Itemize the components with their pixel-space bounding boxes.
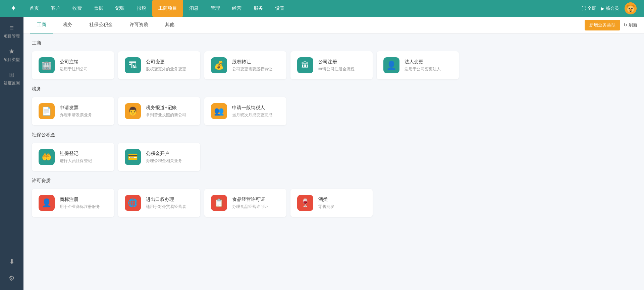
refresh-icon: ↻ — [624, 22, 627, 27]
card-公司注销[interactable]: 🏢公司注销适用于注销公司 — [32, 51, 114, 79]
nav-item-票据[interactable]: 票据 — [88, 0, 109, 17]
card-desc-label: 适用于对外贸易经营者 — [146, 204, 186, 210]
nav-item-报税[interactable]: 报税 — [131, 0, 152, 17]
card-税务报道+记账[interactable]: 👨税务报道+记账拿到营业执照的新公司 — [118, 97, 200, 125]
member-label: 畅会员 — [606, 5, 619, 11]
fullscreen-button[interactable]: ⛶ 全屏 — [582, 5, 596, 11]
card-name-label: 酒类 — [318, 197, 334, 203]
card-icon-进出口权办理: 🌐 — [125, 195, 141, 211]
nav-item-记账[interactable]: 记账 — [109, 0, 131, 17]
svg-point-4 — [629, 8, 630, 9]
left-sidebar: ≡ 项目管理 ★ 项目类型 ⊞ 进度监测 ⬇ ⚙ — [0, 17, 23, 290]
card-酒类[interactable]: 🍷酒类零售批发 — [290, 189, 373, 217]
section-title-工商: 工商 — [32, 40, 636, 46]
card-text-食品经营许可证: 食品经营许可证办理食品经营许可证 — [232, 197, 268, 210]
card-desc-label: 零售批发 — [318, 204, 334, 210]
tab-税务[interactable]: 税务 — [56, 17, 79, 33]
card-icon-税务报道+记账: 👨 — [125, 103, 141, 119]
card-name-label: 食品经营许可证 — [232, 197, 268, 203]
card-name-label: 公司注销 — [60, 59, 88, 65]
card-icon-公司注销: 🏢 — [39, 57, 55, 73]
card-desc-label: 进行人员社保登记 — [60, 158, 92, 164]
section-title-税务: 税务 — [32, 86, 636, 92]
card-公司变更[interactable]: 🏗公司变更股权变更外的业务变更 — [118, 51, 200, 79]
card-text-申请一般纳税人: 申请一般纳税人当月或次月成变更完成 — [232, 105, 272, 118]
card-icon-公积金开户: 💳 — [125, 149, 141, 165]
avatar — [624, 2, 637, 15]
nav-right: ⛶ 全屏 ▶ 畅会员 — [582, 2, 637, 15]
member-button[interactable]: ▶ 畅会员 — [601, 5, 619, 11]
card-icon-社保登记: 🤲 — [39, 149, 55, 165]
tab-bar: 工商税务社保公积金许可资质其他 新增业务类型 ↻ 刷新 — [23, 17, 644, 33]
card-法人变更[interactable]: 👤法人变更适用于公司变更法人 — [377, 51, 459, 79]
card-icon-酒类: 🍷 — [297, 195, 313, 211]
avatar-svg — [624, 2, 637, 15]
tab-其他[interactable]: 其他 — [158, 17, 181, 33]
sidebar-bottom: ⬇ ⚙ — [6, 255, 17, 290]
sidebar-item-project-type[interactable]: ★ 项目类型 — [0, 43, 23, 67]
cards-grid-许可资质: 👤商标注册用于企业商标注册服务🌐进出口权办理适用于对外贸易经营者📋食品经营许可证… — [32, 189, 636, 217]
tab-许可资质[interactable]: 许可资质 — [123, 17, 155, 33]
monitor-icon: ⊞ — [9, 71, 15, 79]
settings-icon[interactable]: ⚙ — [6, 272, 17, 285]
card-股权转让[interactable]: 💰股权转让公司变更需要股权转让 — [204, 51, 286, 79]
card-name-label: 进出口权办理 — [146, 197, 186, 203]
nav-item-客户[interactable]: 客户 — [45, 0, 66, 17]
card-社保登记[interactable]: 🤲社保登记进行人员社保登记 — [32, 143, 114, 171]
scroll-content: 工商🏢公司注销适用于注销公司🏗公司变更股权变更外的业务变更💰股权转让公司变更需要… — [23, 33, 644, 290]
sidebar-item-project-management[interactable]: ≡ 项目管理 — [0, 20, 23, 43]
nav-item-设置[interactable]: 设置 — [269, 0, 290, 17]
download-icon[interactable]: ⬇ — [6, 255, 17, 268]
card-text-公司变更: 公司变更股权变更外的业务变更 — [146, 59, 186, 72]
card-公积金开户[interactable]: 💳公积金开户办理公积金相关业务 — [118, 143, 200, 171]
cards-grid-工商: 🏢公司注销适用于注销公司🏗公司变更股权变更外的业务变更💰股权转让公司变更需要股权… — [32, 51, 636, 79]
nav-item-收费[interactable]: 收费 — [66, 0, 88, 17]
nav-item-消息[interactable]: 消息 — [183, 0, 205, 17]
card-name-label: 公积金开户 — [146, 151, 182, 157]
svg-point-5 — [631, 8, 633, 9]
card-icon-申请一般纳税人: 👥 — [211, 103, 227, 119]
nav-item-经营[interactable]: 经营 — [226, 0, 248, 17]
card-申请发票[interactable]: 📄申请发票办理申请发票业务 — [32, 97, 114, 125]
play-icon: ▶ — [601, 6, 604, 11]
card-desc-label: 适用于公司变更法人 — [405, 66, 441, 72]
fullscreen-label: 全屏 — [587, 5, 596, 11]
sidebar-item-progress-monitor[interactable]: ⊞ 进度监测 — [0, 67, 23, 90]
section-title-社保公积金: 社保公积金 — [32, 132, 636, 138]
card-name-label: 申请一般纳税人 — [232, 105, 272, 111]
card-name-label: 公司注册 — [318, 59, 355, 65]
card-食品经营许可证[interactable]: 📋食品经营许可证办理食品经营许可证 — [204, 189, 286, 217]
card-商标注册[interactable]: 👤商标注册用于企业商标注册服务 — [32, 189, 114, 217]
card-name-label: 商标注册 — [60, 197, 100, 203]
top-nav: ✦ 首页客户收费票据记账报税工商项目消息管理经营服务设置 ⛶ 全屏 ▶ 畅会员 — [0, 0, 644, 17]
card-name-label: 公司变更 — [146, 59, 186, 65]
card-icon-食品经营许可证: 📋 — [211, 195, 227, 211]
refresh-button[interactable]: ↻ 刷新 — [624, 22, 637, 28]
nav-item-首页[interactable]: 首页 — [23, 0, 45, 17]
tab-工商[interactable]: 工商 — [30, 17, 53, 33]
tab-bar-right: 新增业务类型 ↻ 刷新 — [585, 20, 637, 30]
card-text-公司注销: 公司注销适用于注销公司 — [60, 59, 88, 72]
content-area: 工商税务社保公积金许可资质其他 新增业务类型 ↻ 刷新 工商🏢公司注销适用于注销… — [23, 17, 644, 290]
nav-item-工商项目[interactable]: 工商项目 — [152, 0, 183, 17]
card-申请一般纳税人[interactable]: 👥申请一般纳税人当月或次月成变更完成 — [204, 97, 286, 125]
sidebar-label-progress-monitor: 进度监测 — [4, 80, 20, 86]
card-进出口权办理[interactable]: 🌐进出口权办理适用于对外贸易经营者 — [118, 189, 200, 217]
star-icon: ★ — [9, 47, 15, 55]
nav-item-服务[interactable]: 服务 — [248, 0, 269, 17]
card-name-label: 申请发票 — [60, 105, 92, 111]
cards-grid-社保公积金: 🤲社保登记进行人员社保登记💳公积金开户办理公积金相关业务 — [32, 143, 636, 171]
card-desc-label: 适用于注销公司 — [60, 66, 88, 72]
logo-icon: ✦ — [3, 4, 23, 13]
nav-items: 首页客户收费票据记账报税工商项目消息管理经营服务设置 — [23, 0, 582, 17]
card-公司注册[interactable]: 🏛公司注册申请公司注册全流程 — [290, 51, 373, 79]
card-text-股权转让: 股权转让公司变更需要股权转让 — [232, 59, 272, 72]
svg-point-6 — [629, 9, 632, 11]
card-text-公积金开户: 公积金开户办理公积金相关业务 — [146, 151, 182, 164]
tab-社保公积金[interactable]: 社保公积金 — [83, 17, 119, 33]
add-type-button[interactable]: 新增业务类型 — [585, 20, 620, 30]
card-desc-label: 办理申请发票业务 — [60, 112, 92, 118]
card-icon-商标注册: 👤 — [39, 195, 55, 211]
nav-item-管理[interactable]: 管理 — [205, 0, 226, 17]
refresh-label: 刷新 — [629, 22, 637, 28]
